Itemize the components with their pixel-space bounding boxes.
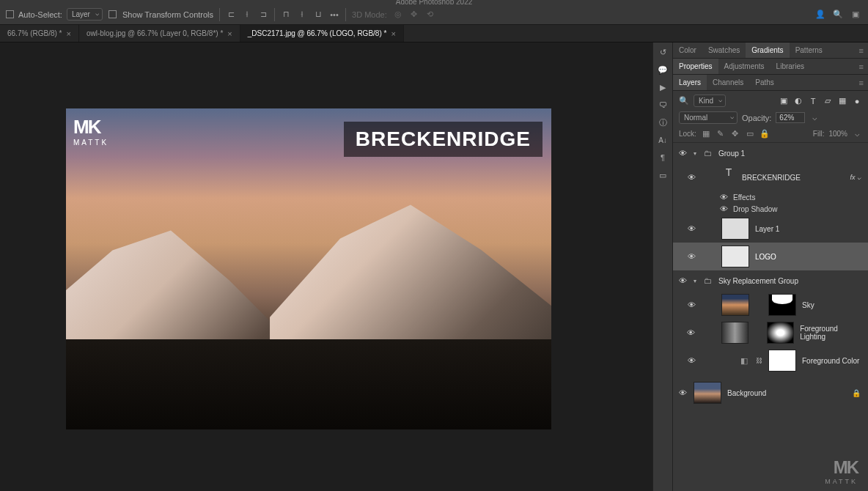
opacity-field[interactable]: 62% [776, 112, 805, 123]
visibility-icon[interactable]: 👁 [677, 149, 688, 158]
fill-field[interactable]: 100% [828, 130, 847, 138]
canvas-title-box: BRECKENRIDGE [344, 122, 542, 157]
effects-row[interactable]: 👁 Effects [673, 191, 868, 203]
kind-dropdown[interactable]: Kind [694, 95, 726, 107]
chevron-down-icon[interactable]: ⌵ [809, 113, 820, 123]
orbit-icon: ◎ [393, 10, 403, 20]
visibility-icon[interactable]: 👁 [718, 193, 729, 202]
auto-select-label: Auto-Select: [18, 10, 62, 19]
char-icon[interactable]: A↓ [658, 135, 668, 145]
lock-move-icon[interactable]: ✥ [730, 128, 740, 139]
chevron-down-icon[interactable]: ▾ [694, 278, 696, 284]
lock-icon[interactable]: 🔒 [852, 389, 864, 397]
play-icon[interactable]: ▶ [658, 82, 668, 92]
visibility-icon[interactable]: 👁 [718, 204, 729, 213]
doc-tab-2[interactable]: owl-blog.jpg @ 66.7% (Layer 0, RGB/8*) *… [79, 25, 240, 42]
workspace-icon[interactable]: ▣ [850, 10, 861, 20]
tab-channels[interactable]: Channels [707, 75, 749, 90]
filter-adjust-icon[interactable]: ◐ [793, 96, 803, 106]
folder-icon: 🗀 [702, 276, 713, 286]
layer-layer1[interactable]: 👁 Layer 1 [673, 215, 868, 243]
filter-type-icon[interactable]: T [808, 96, 818, 106]
layer-text-breckenridge[interactable]: 👁 T BRECKENRIDGE fx ⌵ [673, 163, 868, 191]
screen-icon[interactable]: ▭ [658, 170, 668, 180]
paragraph-icon[interactable]: ¶ [658, 152, 668, 163]
3d-mode-label: 3D Mode: [352, 10, 387, 19]
layer-fg-color[interactable]: 👁 ◧ ⛓ Foreground Color [673, 347, 868, 374]
filter-shape-icon[interactable]: ▱ [823, 96, 833, 106]
layer-logo[interactable]: 👁 LOGO [673, 243, 868, 270]
visibility-icon[interactable]: 👁 [686, 252, 696, 261]
mask-thumb [768, 294, 796, 316]
layer-fg-light[interactable]: 👁 Foreground Lighting [673, 319, 868, 347]
align-bottom-icon[interactable]: ⊔ [313, 10, 323, 20]
drop-shadow-row[interactable]: 👁 Drop Shadow [673, 203, 868, 215]
align-center-v-icon[interactable]: ⫲ [297, 10, 307, 20]
visibility-icon[interactable]: 👁 [686, 328, 696, 337]
lock-brush-icon[interactable]: ✎ [716, 128, 726, 139]
panel-menu-icon[interactable]: ≡ [855, 78, 868, 87]
align-center-h-icon[interactable]: ⫲ [242, 10, 252, 20]
auto-select-mode-dropdown[interactable]: Layer [67, 8, 103, 21]
visibility-icon[interactable]: 👁 [686, 224, 696, 233]
more-icon[interactable]: ••• [329, 10, 339, 20]
tab-paths[interactable]: Paths [749, 75, 780, 90]
filter-toggle-icon[interactable]: ● [852, 96, 862, 106]
close-icon[interactable]: × [391, 29, 395, 38]
layer-background[interactable]: 👁 Background 🔒 [673, 379, 868, 407]
canvas-area[interactable]: MK MATTK BRECKENRIDGE [0, 43, 652, 491]
close-icon[interactable]: × [66, 29, 70, 38]
layer-group1[interactable]: 👁 ▾ 🗀 Group 1 [673, 143, 868, 163]
tab-libraries[interactable]: Libraries [770, 59, 810, 74]
auto-select-checkbox[interactable] [6, 10, 14, 18]
type-layer-icon: T [721, 166, 736, 188]
visibility-icon[interactable]: 👁 [677, 388, 688, 397]
panel-menu-icon[interactable]: ≡ [855, 46, 868, 55]
layer-thumb [721, 294, 749, 316]
user-icon[interactable]: 👤 [815, 10, 825, 20]
align-top-icon[interactable]: ⊓ [281, 10, 291, 20]
layer-sky-group[interactable]: 👁 ▾ 🗀 Sky Replacement Group [673, 270, 868, 291]
comments-icon[interactable]: 💬 [658, 64, 668, 75]
tab-swatches[interactable]: Swatches [702, 43, 746, 58]
history-icon[interactable]: ↺ [658, 47, 668, 57]
doc-tab-3[interactable]: _DSC2171.jpg @ 66.7% (LOGO, RGB/8) *× [240, 25, 404, 42]
info-icon[interactable]: ⓘ [658, 117, 668, 128]
tab-properties[interactable]: Properties [673, 59, 718, 74]
tab-gradients[interactable]: Gradients [746, 43, 789, 58]
tab-adjustments[interactable]: Adjustments [718, 59, 770, 74]
align-left-icon[interactable]: ⊏ [226, 10, 236, 20]
document-canvas[interactable]: MK MATTK BRECKENRIDGE [66, 108, 551, 429]
options-bar: Auto-Select: Layer Show Transform Contro… [0, 4, 868, 25]
transform-checkbox[interactable] [108, 10, 117, 18]
close-icon[interactable]: × [227, 29, 232, 38]
link-icon: ⛓ [755, 357, 762, 364]
lock-all-icon[interactable]: 🔒 [760, 128, 770, 139]
visibility-icon[interactable]: 👁 [686, 356, 696, 365]
search-icon[interactable]: 🔍 [833, 10, 843, 20]
lock-trans-icon[interactable]: ▦ [701, 128, 711, 139]
doc-tab-1[interactable]: 66.7% (RGB/8) *× [0, 25, 79, 42]
layer-sky[interactable]: 👁 Sky [673, 291, 868, 319]
tab-color[interactable]: Color [673, 43, 702, 58]
filter-smart-icon[interactable]: ▦ [837, 96, 847, 106]
visibility-icon[interactable]: 👁 [677, 276, 688, 285]
visibility-icon[interactable]: 👁 [686, 173, 696, 182]
chat-icon[interactable]: 🗨 [658, 100, 668, 110]
document-tabs: 66.7% (RGB/8) *× owl-blog.jpg @ 66.7% (L… [0, 25, 868, 43]
adjustment-icon: ◧ [739, 355, 749, 366]
lock-artboard-icon[interactable]: ▭ [745, 128, 755, 139]
tab-patterns[interactable]: Patterns [790, 43, 828, 58]
chevron-down-icon[interactable]: ⌵ [852, 128, 862, 139]
folder-icon: 🗀 [702, 148, 713, 158]
dolly-icon: ⟲ [425, 10, 435, 20]
align-right-icon[interactable]: ⊐ [258, 10, 268, 20]
blend-mode-dropdown[interactable]: Normal [679, 111, 738, 124]
tab-layers[interactable]: Layers [673, 75, 707, 90]
panel-menu-icon[interactable]: ≡ [855, 62, 868, 71]
fx-badge[interactable]: fx ⌵ [850, 174, 864, 181]
visibility-icon[interactable]: 👁 [686, 300, 696, 309]
layer-thumb [721, 322, 749, 344]
filter-image-icon[interactable]: ▣ [779, 96, 789, 106]
chevron-down-icon[interactable]: ▾ [694, 150, 696, 157]
